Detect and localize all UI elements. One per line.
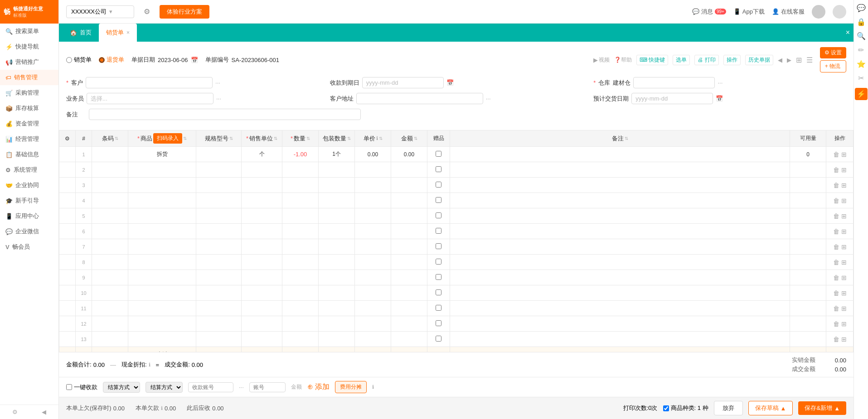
sidebar-item-search[interactable]: 🔍 搜索菜单 <box>0 24 58 39</box>
sidebar-item-business[interactable]: 📊 经营管理 <box>0 131 58 147</box>
row13-copy-icon[interactable]: ⊞ <box>841 336 847 343</box>
barcode-sort-icon[interactable]: ⇅ <box>115 136 118 141</box>
payment-due-calendar[interactable]: 📅 <box>446 79 454 86</box>
account-number-input[interactable] <box>249 382 286 392</box>
right-chat-icon[interactable]: 💬 <box>857 4 866 12</box>
unit-sort-icon[interactable]: ⇅ <box>274 136 277 141</box>
arrow-prev-icon[interactable]: ◀ <box>778 57 782 63</box>
row12-delete-icon[interactable]: 🗑 <box>833 320 839 327</box>
right-orange-icon[interactable]: ⚡ <box>855 88 868 100</box>
row2-gift-checkbox[interactable] <box>436 166 441 172</box>
row6-gift-checkbox[interactable] <box>436 228 441 234</box>
row1-price[interactable]: 0.00 <box>355 147 391 162</box>
row1-barcode[interactable] <box>92 147 128 162</box>
row13-gift-checkbox[interactable] <box>436 336 441 342</box>
one-click-pay-label[interactable]: 一键收款 <box>66 383 97 391</box>
row6-delete-icon[interactable]: 🗑 <box>833 228 839 235</box>
sidebar-item-collab[interactable]: 🤝 企业协同 <box>0 178 58 193</box>
row1-qty[interactable]: -1.00 <box>282 147 319 162</box>
list-view-icon[interactable]: ☰ <box>806 56 813 64</box>
expected-date-input[interactable] <box>631 93 713 104</box>
abandon-button[interactable]: 放弃 <box>714 401 743 415</box>
customer-addr-input[interactable] <box>356 93 483 104</box>
right-lock-icon[interactable]: 🔒 <box>857 18 866 26</box>
calc-method-select[interactable]: 结算方式 <box>145 382 183 393</box>
product-types-checkbox[interactable] <box>663 405 669 411</box>
goods-sort-icon[interactable]: ⇅ <box>183 136 187 141</box>
user-avatar2[interactable] <box>833 5 846 19</box>
row1-goods[interactable]: 拆货 <box>128 147 196 162</box>
row8-gift-checkbox[interactable] <box>436 259 441 265</box>
sidebar-item-marketing[interactable]: 📢 营销推广 <box>0 54 58 70</box>
app-download-btn[interactable]: 📱 App下载 <box>733 8 765 16</box>
row3-copy-icon[interactable]: ⊞ <box>841 182 847 189</box>
row5-gift-checkbox[interactable] <box>436 212 441 218</box>
amount-sort-icon[interactable]: ⇅ <box>414 136 417 141</box>
action-shortcut[interactable]: ⌨ 快捷键 <box>636 55 668 65</box>
row9-copy-icon[interactable]: ⊞ <box>841 274 847 281</box>
total-owed-info[interactable]: ℹ <box>161 405 163 411</box>
draft-button[interactable]: 保存草稿 ▲ <box>748 401 793 415</box>
radio-return-order[interactable]: 退货单 <box>99 56 124 64</box>
row11-copy-icon[interactable]: ⊞ <box>841 305 847 312</box>
settlement-method-select[interactable]: 结算方式 <box>103 382 140 393</box>
row6-copy-icon[interactable]: ⊞ <box>841 228 847 235</box>
setting-button[interactable]: ⚙ 设置 <box>820 47 846 58</box>
sidebar-item-member[interactable]: V 畅会员 <box>0 239 58 255</box>
sidebar-item-sales[interactable]: 🏷 销售管理 <box>0 70 58 85</box>
account-input[interactable] <box>188 382 233 392</box>
scan-button[interactable]: 扫码录入 <box>153 133 182 144</box>
expected-date-calendar[interactable]: 📅 <box>716 95 723 102</box>
trial-btn[interactable]: 体验行业方案 <box>160 5 209 19</box>
sidebar-item-system[interactable]: ⚙ 系统管理 <box>0 162 58 178</box>
remarks-input[interactable] <box>89 109 361 120</box>
action-select[interactable]: 选单 <box>673 55 690 65</box>
logistics-button[interactable]: + 物流 <box>820 60 846 72</box>
row4-copy-icon[interactable]: ⊞ <box>841 197 847 204</box>
sidebar-item-guide[interactable]: 🎓 新手引导 <box>0 193 58 208</box>
discount-info-icon[interactable]: ℹ <box>149 362 150 368</box>
qty-sort-icon[interactable]: ⇅ <box>306 136 310 141</box>
salesperson-dots[interactable]: ··· <box>216 95 221 102</box>
row1-delete-icon[interactable]: 🗑 <box>833 151 839 158</box>
row2-copy-icon[interactable]: ⊞ <box>841 166 847 173</box>
row9-delete-icon[interactable]: 🗑 <box>833 274 839 281</box>
tab-close-icon[interactable]: × <box>126 29 130 36</box>
sidebar-settings-btn[interactable]: ⚙ <box>12 409 18 415</box>
sidebar-item-base[interactable]: 📋 基础信息 <box>0 147 58 162</box>
radio-sales-input[interactable] <box>66 57 72 63</box>
spec-sort-icon[interactable]: ⇅ <box>229 136 233 141</box>
action-help[interactable]: ❓帮助 <box>614 56 632 64</box>
radio-sales-order[interactable]: 销货单 <box>66 56 92 64</box>
online-service-btn[interactable]: 👤 在线客服 <box>772 8 805 16</box>
row10-gift-checkbox[interactable] <box>436 289 441 295</box>
sidebar-item-quicknav[interactable]: ⚡ 快捷导航 <box>0 39 58 54</box>
row2-delete-icon[interactable]: 🗑 <box>833 166 839 173</box>
action-video[interactable]: ▶视频 <box>593 56 610 64</box>
action-history[interactable]: 历史单据 <box>745 55 773 65</box>
customer-dots[interactable]: ··· <box>215 79 220 86</box>
row3-delete-icon[interactable]: 🗑 <box>833 182 839 189</box>
row7-gift-checkbox[interactable] <box>436 243 441 249</box>
th-settings[interactable]: ⚙ <box>59 130 76 147</box>
row1-remark[interactable] <box>450 147 790 162</box>
customer-addr-dots[interactable]: ··· <box>486 95 491 102</box>
row7-delete-icon[interactable]: 🗑 <box>833 243 839 250</box>
remark-sort-icon[interactable]: ⇅ <box>625 136 628 141</box>
messages-btn[interactable]: 💬 消息 99+ <box>692 8 726 16</box>
salesperson-input[interactable] <box>87 93 213 104</box>
settings-button[interactable]: ⚙ <box>140 5 154 19</box>
right-search-icon[interactable]: 🔍 <box>857 32 866 40</box>
tab-sales-order[interactable]: 销货单 × <box>99 24 137 42</box>
add-payment-icon[interactable]: ⊕ 添加 <box>307 382 330 392</box>
action-ops[interactable]: 操作 <box>723 55 741 65</box>
right-star-icon[interactable]: ⭐ <box>857 60 866 68</box>
warehouse-dots[interactable]: ··· <box>718 79 723 86</box>
row1-gift[interactable] <box>427 147 450 162</box>
date-calendar-icon[interactable]: 📅 <box>191 57 198 63</box>
pkg-sort-icon[interactable]: ⇅ <box>347 136 351 141</box>
save-new-button[interactable]: 保存&新增 ▲ <box>798 401 846 415</box>
right-scissors-icon[interactable]: ✂ <box>858 74 864 82</box>
arrow-next-icon[interactable]: ▶ <box>787 57 791 63</box>
expense-split-btn[interactable]: 费用分摊 <box>335 381 367 393</box>
